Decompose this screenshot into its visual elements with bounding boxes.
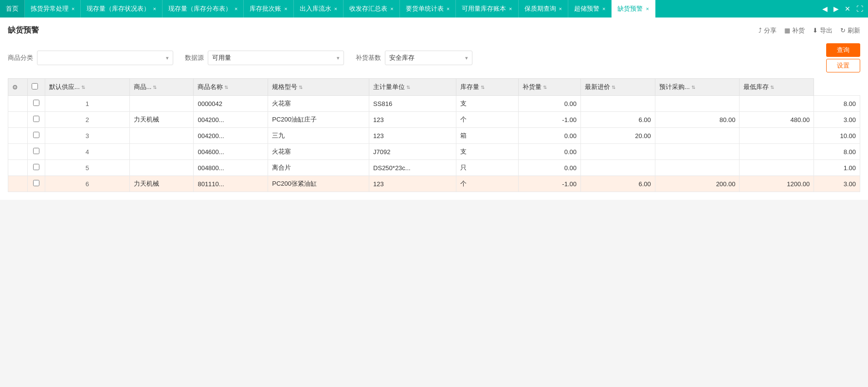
nav-item-overstock[interactable]: 超储预警×: [568, 0, 612, 18]
row-supplier: [129, 144, 194, 160]
nav-item-shortage[interactable]: 缺货预警×: [612, 0, 655, 18]
row-settings-cell: [8, 144, 28, 160]
query-button[interactable]: 查询: [826, 43, 860, 57]
refresh-icon: ↻: [840, 27, 846, 34]
datasource-select[interactable]: 可用量 ▾: [208, 51, 344, 65]
th-product-code: 商品... ⇅: [129, 79, 194, 96]
nav-close-button[interactable]: ✕: [842, 0, 853, 18]
nav-item-label: 超储预警: [574, 4, 599, 13]
row-supplier: [129, 160, 194, 176]
row-est-purchase: [740, 160, 814, 176]
sort-name-icon: ⇅: [224, 85, 228, 90]
nav-item-order-stat[interactable]: 要货单统计表×: [400, 0, 456, 18]
replenish-icon: ▦: [784, 27, 790, 34]
datasource-chevron-icon: ▾: [337, 55, 340, 61]
nav-item-available-ledger[interactable]: 可用量库存账本×: [456, 0, 518, 18]
nav-item-expiry-query[interactable]: 保质期查询×: [519, 0, 568, 18]
nav-item-inventory-status[interactable]: 现存量（库存状况表）×: [81, 0, 162, 18]
nav-item-label: 收发存汇总表: [349, 4, 387, 13]
nav-prev-button[interactable]: ◀: [819, 0, 831, 18]
page-header: 缺货预警 ⤴ 分享 ▦ 补货 ⬇ 导出 ↻ 刷新: [8, 25, 860, 35]
th-min-stock: 最低库存 ⇅: [740, 79, 814, 96]
nav-close-icon[interactable]: ×: [235, 6, 237, 12]
row-min-stock: 3.00: [814, 176, 860, 192]
row-checkbox[interactable]: [33, 116, 39, 122]
nav-item-home[interactable]: 首页: [0, 0, 25, 18]
row-stock: 0.00: [518, 144, 580, 160]
settings-button[interactable]: 设置: [826, 59, 860, 72]
row-replenish: 6.00: [580, 112, 655, 128]
sort-replenish-icon: ⇅: [543, 85, 547, 90]
row-checkbox[interactable]: [33, 148, 39, 154]
nav-fullscreen-button[interactable]: ⛶: [853, 0, 866, 18]
row-est-purchase: 1200.00: [740, 176, 814, 192]
row-num: 1: [45, 96, 130, 112]
row-settings-cell: [8, 112, 28, 128]
row-spec: 123: [369, 128, 456, 144]
nav-close-icon[interactable]: ×: [284, 6, 287, 12]
nav-item-label: 保质期查询: [524, 4, 556, 13]
nav-controls: ◀ ▶ ✕ ⛶: [817, 0, 868, 18]
row-spec: J7092: [369, 144, 456, 160]
row-num: 3: [45, 128, 130, 144]
sort-spec-icon: ⇅: [299, 85, 303, 90]
nav-item-label: 可用量库存账本: [462, 4, 506, 13]
nav-item-label: 出入库流水: [300, 4, 331, 13]
nav-close-icon[interactable]: ×: [334, 6, 337, 12]
nav-item-label: 现存量（库存分布表）: [168, 4, 232, 13]
table-row: 4 004600... 火花塞 J7092 支 0.00 8.00: [8, 144, 860, 160]
select-all-checkbox[interactable]: [32, 83, 38, 89]
nav-next-button[interactable]: ▶: [831, 0, 842, 18]
row-code: 004200...: [194, 112, 268, 128]
row-spec: DS250*23c...: [369, 160, 456, 176]
row-min-stock: 8.00: [814, 144, 860, 160]
nav-close-icon[interactable]: ×: [72, 6, 74, 12]
row-spec: SS816: [369, 96, 456, 112]
row-replenish: [580, 144, 655, 160]
row-stock: 0.00: [518, 160, 580, 176]
nav-bar: 首页拣货异常处理×现存量（库存状况表）×现存量（库存分布表）×库存批次账×出入库…: [0, 0, 868, 18]
row-unit: 箱: [456, 128, 518, 144]
export-button[interactable]: ⬇ 导出: [813, 26, 832, 35]
nav-close-icon[interactable]: ×: [509, 6, 512, 12]
header-actions: ⤴ 分享 ▦ 补货 ⬇ 导出 ↻ 刷新: [759, 26, 860, 35]
export-icon: ⬇: [813, 27, 818, 34]
nav-item-inventory-dist[interactable]: 现存量（库存分布表）×: [163, 0, 244, 18]
nav-item-in-out-flow[interactable]: 出入库流水×: [294, 0, 344, 18]
nav-item-label: 库存批次账: [250, 4, 281, 13]
row-min-stock: 8.00: [814, 96, 860, 112]
datasource-label: 数据源: [185, 53, 204, 62]
nav-item-defect-processing[interactable]: 拣货异常处理×: [25, 0, 81, 18]
table-row: 6 力天机械 801110... PC200张紧油缸 123 个 -1.00 6…: [8, 176, 860, 192]
sort-unit-icon: ⇅: [406, 85, 410, 90]
nav-close-icon[interactable]: ×: [646, 6, 649, 12]
category-select[interactable]: ▾: [37, 51, 173, 65]
row-est-purchase: [740, 128, 814, 144]
table-row: 5 004800... 离合片 DS250*23c... 只 0.00 1.00: [8, 160, 860, 176]
row-latest-price: 200.00: [655, 176, 740, 192]
nav-item-receipt-summary[interactable]: 收发存汇总表×: [344, 0, 399, 18]
refresh-button[interactable]: ↻ 刷新: [840, 26, 860, 35]
table-row: 3 004200... 三九 123 箱 0.00 20.00 10.00: [8, 128, 860, 144]
nav-item-label: 拣货异常处理: [31, 4, 69, 13]
row-min-stock: 3.00: [814, 112, 860, 128]
share-button[interactable]: ⤴ 分享: [759, 26, 777, 35]
row-checkbox[interactable]: [33, 100, 39, 106]
table-row: 2 力天机械 004200... PC200油缸庄子 123 个 -1.00 6…: [8, 112, 860, 128]
row-checkbox[interactable]: [33, 164, 39, 170]
row-checkbox[interactable]: [33, 132, 39, 138]
row-stock: -1.00: [518, 176, 580, 192]
row-checkbox-cell: [28, 96, 45, 112]
nav-item-batch-account[interactable]: 库存批次账×: [244, 0, 293, 18]
settings-gear-icon[interactable]: ⚙: [12, 84, 18, 91]
nav-close-icon[interactable]: ×: [447, 6, 450, 12]
replenish-button[interactable]: ▦ 补货: [784, 26, 805, 35]
nav-close-icon[interactable]: ×: [390, 6, 393, 12]
replenish-select[interactable]: 安全库存 ▾: [385, 51, 472, 65]
nav-item-label: 缺货预警: [617, 4, 643, 13]
row-checkbox[interactable]: [33, 180, 39, 186]
nav-close-icon[interactable]: ×: [559, 6, 562, 12]
nav-close-icon[interactable]: ×: [153, 6, 156, 12]
nav-close-icon[interactable]: ×: [602, 6, 605, 12]
th-unit: 主计量单位 ⇅: [369, 79, 456, 96]
